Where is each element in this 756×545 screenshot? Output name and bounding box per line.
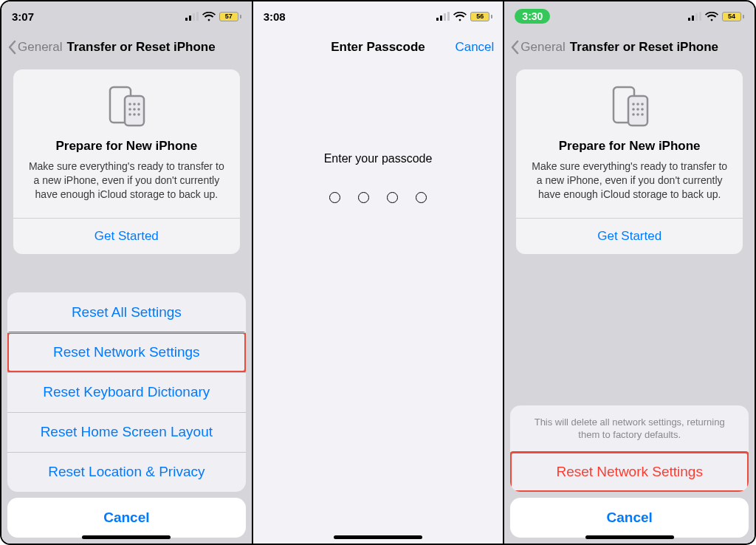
nav-bar: Enter Passcode Cancel [253,31,504,64]
wifi-icon [202,12,216,21]
home-indicator[interactable] [334,535,422,539]
wifi-icon [705,12,718,21]
cellular-icon [436,12,450,21]
svg-point-8 [138,103,141,106]
reset-options-list: Reset All Settings Reset Network Setting… [7,292,246,492]
confirm-reset-network-button[interactable]: Reset Network Settings [510,452,749,492]
confirm-sheet: This will delete all network settings, r… [510,405,749,492]
svg-rect-20 [692,16,694,21]
chevron-left-icon [7,40,16,55]
cellular-icon [185,12,199,21]
nav-back-label: General [520,40,565,55]
svg-point-14 [138,113,141,116]
svg-point-9 [129,108,132,111]
cellular-icon [688,12,701,21]
screen-reset-options: 3:07 57 General Transfer or Reset iPhone [1,1,252,544]
nav-bar: General Transfer or Reset iPhone [504,31,755,64]
battery-icon: 57 [219,12,241,21]
nav-bar: General Transfer or Reset iPhone [1,31,252,64]
svg-rect-2 [193,13,195,21]
svg-point-27 [641,103,644,106]
home-indicator[interactable] [82,535,171,539]
reset-location-privacy-button[interactable]: Reset Location & Privacy [7,452,246,492]
status-time: 3:08 [264,10,286,23]
status-bar: 3:30 54 [504,1,755,31]
svg-point-28 [632,108,635,111]
card-title: Prepare for New iPhone [559,139,701,154]
svg-rect-18 [447,12,450,21]
svg-point-7 [134,103,137,106]
svg-point-29 [636,108,639,111]
svg-point-11 [138,108,141,111]
passcode-prompt: Enter your passcode [324,152,433,165]
passcode-dot [329,192,340,203]
svg-point-30 [641,108,644,111]
get-started-button[interactable]: Get Started [526,219,732,254]
home-indicator[interactable] [585,535,674,539]
svg-point-26 [636,103,639,106]
action-sheet: Reset All Settings Reset Network Setting… [1,292,252,544]
svg-rect-24 [628,96,647,126]
svg-rect-0 [185,18,188,21]
svg-point-13 [134,113,137,116]
svg-point-25 [632,103,635,106]
nav-title: Transfer or Reset iPhone [66,40,215,55]
confirm-message: This will delete all network settings, r… [510,405,749,452]
wifi-icon [453,12,467,21]
battery-icon: 54 [722,12,744,21]
cancel-button[interactable]: Cancel [455,40,494,55]
svg-rect-16 [440,16,442,21]
passcode-dot [416,192,427,203]
nav-back-label: General [18,40,62,55]
card-title: Prepare for New iPhone [55,139,197,154]
card-description: Make sure everything's ready to transfer… [24,160,230,202]
svg-rect-21 [695,13,698,21]
screen-passcode: 3:08 56 Enter Passcode Cancel Enter your… [252,1,504,544]
status-time-pill[interactable]: 3:30 [515,9,550,24]
svg-rect-17 [444,13,446,21]
svg-point-33 [641,113,644,116]
reset-keyboard-dictionary-button[interactable]: Reset Keyboard Dictionary [7,372,246,412]
get-started-button[interactable]: Get Started [24,219,230,254]
nav-title: Transfer or Reset iPhone [570,40,718,55]
screen-confirm-reset: 3:30 54 General Transfer or Reset iPhone [503,1,755,544]
svg-point-12 [129,113,132,116]
svg-rect-22 [699,12,701,21]
devices-icon [606,84,653,131]
svg-rect-5 [125,96,144,126]
devices-icon [103,84,150,131]
svg-rect-1 [189,16,191,21]
battery-icon: 56 [470,12,492,21]
status-bar: 3:07 57 [1,1,252,31]
svg-rect-15 [436,18,439,21]
svg-point-10 [134,108,137,111]
chevron-left-icon [510,40,519,55]
action-sheet: This will delete all network settings, r… [504,405,755,544]
svg-rect-3 [196,12,199,21]
cancel-button[interactable]: Cancel [510,498,749,538]
reset-home-screen-layout-button[interactable]: Reset Home Screen Layout [7,412,246,452]
svg-point-6 [129,103,132,106]
status-bar: 3:08 56 [253,1,504,31]
nav-back-button[interactable]: General [510,40,565,55]
svg-point-31 [632,113,635,116]
svg-rect-19 [688,18,690,21]
status-time: 3:07 [12,10,34,23]
passcode-dot [387,192,398,203]
passcode-dot [358,192,369,203]
card-description: Make sure everything's ready to transfer… [526,160,732,202]
prepare-card: Prepare for New iPhone Make sure everyth… [516,69,743,254]
nav-back-button[interactable]: General [7,40,62,55]
reset-all-settings-button[interactable]: Reset All Settings [7,292,246,332]
prepare-card: Prepare for New iPhone Make sure everyth… [13,69,240,254]
passcode-area: Enter your passcode [253,64,504,544]
passcode-dots[interactable] [329,192,427,203]
reset-network-settings-button[interactable]: Reset Network Settings [7,332,246,372]
svg-point-32 [636,113,639,116]
cancel-button[interactable]: Cancel [7,498,246,538]
